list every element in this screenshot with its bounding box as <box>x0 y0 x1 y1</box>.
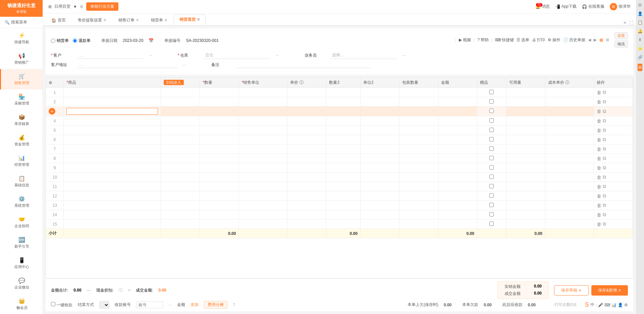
right-panel-icon-4[interactable]: 🔔 <box>638 29 643 34</box>
cell-scan-9[interactable] <box>161 163 200 173</box>
settings-icon[interactable]: ⚙ <box>80 4 84 9</box>
cell-scan-10[interactable] <box>161 173 200 182</box>
calendar-icon[interactable]: 📅 <box>149 38 154 43</box>
cell-unit-4[interactable] <box>239 116 287 126</box>
cell-quantity-8[interactable] <box>200 154 239 163</box>
cell-amount-10[interactable] <box>438 173 477 182</box>
copy-row-5[interactable]: ⧉ <box>603 127 606 133</box>
cell-product-2[interactable] <box>64 97 161 107</box>
cell-price-12[interactable] <box>287 191 326 201</box>
gift-checkbox-15[interactable] <box>489 222 494 226</box>
topbar-category[interactable]: 日用百货 <box>54 4 70 9</box>
delete-row-7[interactable]: 🗑 <box>597 146 601 152</box>
radio-sales-bill[interactable]: 销货单 <box>51 38 69 44</box>
gift-checkbox-10[interactable] <box>489 175 494 179</box>
salesperson-dots[interactable]: ··· <box>402 53 406 58</box>
input-tool-4[interactable]: ⌨ <box>604 303 610 307</box>
delete-row-14[interactable]: 🗑 <box>597 212 601 217</box>
copy-row-8[interactable]: ⧉ <box>603 155 606 161</box>
video-action[interactable]: ▶视频 <box>459 37 471 43</box>
sidebar-item-basic[interactable]: 📋 基础信息 <box>0 171 43 192</box>
next-icon[interactable]: ▶ <box>594 38 597 42</box>
cell-quantity-15[interactable] <box>200 219 239 229</box>
cell-product-5[interactable] <box>64 126 161 135</box>
gift-checkbox-12[interactable] <box>489 193 494 198</box>
cell-scan-8[interactable] <box>161 154 200 163</box>
cell-price-7[interactable] <box>287 144 326 154</box>
settlement-select[interactable] <box>99 301 109 309</box>
cell-pkg-qty-14[interactable] <box>399 210 438 219</box>
right-panel-icon-6[interactable]: ⭐ <box>638 46 643 51</box>
cell-unit2-1[interactable] <box>360 88 399 97</box>
cell-unit2-3[interactable] <box>360 107 399 116</box>
cell-price-4[interactable] <box>287 116 326 126</box>
cell-price-3[interactable] <box>287 107 326 116</box>
cell-quantity-2[interactable] <box>200 97 239 107</box>
cell-price-1[interactable] <box>287 88 326 97</box>
add-btn[interactable]: 添加 <box>191 302 199 308</box>
th-settings[interactable]: ⚙ <box>46 78 64 88</box>
cell-unit2-12[interactable] <box>360 191 399 201</box>
cell-amount-1[interactable] <box>438 88 477 97</box>
copy-row-14[interactable]: ⧉ <box>603 212 606 217</box>
salesperson-input[interactable]: 选择... <box>330 52 397 59</box>
sidebar-item-system[interactable]: ⚙️ 系统管理 <box>0 192 43 212</box>
shortcut-action[interactable]: ⌨快捷键 <box>495 37 514 43</box>
delete-row-15[interactable]: 🗑 <box>597 222 601 227</box>
cell-unit2-11[interactable] <box>360 182 399 191</box>
cell-unit2-6[interactable] <box>360 135 399 144</box>
address-more[interactable]: ··· <box>182 63 186 67</box>
cell-pkg-qty-1[interactable] <box>399 88 438 97</box>
input-tool-1[interactable]: 中 <box>590 302 594 308</box>
cell-unit2-7[interactable] <box>360 144 399 154</box>
cell-unit-14[interactable] <box>239 210 287 219</box>
cell-amount-11[interactable] <box>438 182 477 191</box>
gift-checkbox-13[interactable] <box>489 203 494 207</box>
cell-pkg-qty-8[interactable] <box>399 154 438 163</box>
cell-unit-5[interactable] <box>239 126 287 135</box>
radio-sales-bill-input[interactable] <box>51 39 55 43</box>
cell-pkg-qty-4[interactable] <box>399 116 438 126</box>
gift-checkbox-11[interactable] <box>489 184 494 188</box>
copy-row-11[interactable]: ⧉ <box>603 184 606 189</box>
cell-unit2-14[interactable] <box>360 210 399 219</box>
cell-unit-1[interactable] <box>239 88 287 97</box>
copy-row-4[interactable]: ⧉ <box>603 118 606 124</box>
gift-checkbox-7[interactable] <box>489 146 494 151</box>
delete-row-1[interactable]: 🗑 <box>597 90 601 95</box>
add-row-btn[interactable]: + <box>49 108 55 115</box>
one-click-pay-input[interactable] <box>51 302 55 306</box>
close-window-icon[interactable]: ✕ <box>623 20 627 25</box>
cell-gift-8[interactable] <box>477 154 506 163</box>
gift-checkbox-4[interactable] <box>489 118 494 123</box>
cell-amount-7[interactable] <box>438 144 477 154</box>
cell-price-11[interactable] <box>287 182 326 191</box>
cell-pkg-qty-9[interactable] <box>399 163 438 173</box>
cell-price-10[interactable] <box>287 173 326 182</box>
warehouse-input[interactable]: 总仓 <box>203 52 270 59</box>
cell-quantity-13[interactable] <box>200 201 239 210</box>
right-panel-icon-3[interactable]: 📋 <box>638 20 643 25</box>
sidebar-item-enterprise[interactable]: 🤝 企业协同 <box>0 212 43 233</box>
gift-checkbox-9[interactable] <box>489 165 494 170</box>
tab-price-settings[interactable]: 售价提取设置 ✕ <box>72 15 112 25</box>
account-dots[interactable]: ··· <box>168 303 172 307</box>
cell-gift-4[interactable] <box>477 116 506 126</box>
cell-unit-9[interactable] <box>239 163 287 173</box>
right-panel-icon-2[interactable]: 👤 <box>638 11 643 16</box>
cell-unit-7[interactable] <box>239 144 287 154</box>
sidebar-item-app-center[interactable]: 📱 应用中心 <box>0 253 43 273</box>
cell-quantity-7[interactable] <box>200 144 239 154</box>
account-input[interactable] <box>136 302 163 308</box>
cell-gift-6[interactable] <box>477 135 506 144</box>
cell-qty2-15[interactable] <box>326 219 361 229</box>
grid-view-icon[interactable]: ⊞ <box>606 38 609 42</box>
cell-unit2-5[interactable] <box>360 126 399 135</box>
cell-pkg-qty-7[interactable] <box>399 144 438 154</box>
cell-unit-2[interactable] <box>239 97 287 107</box>
cell-gift-3[interactable] <box>477 107 506 116</box>
input-tool-3[interactable]: 🎤 <box>598 303 603 307</box>
cell-qty2-4[interactable] <box>326 116 361 126</box>
select-action[interactable]: ☰选单 <box>517 37 529 43</box>
input-tool-2[interactable]: · <box>596 303 597 307</box>
